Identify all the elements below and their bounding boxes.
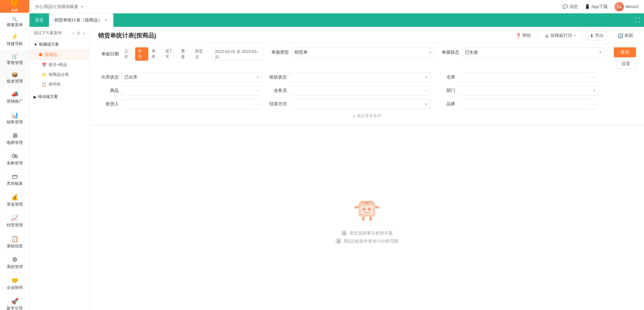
user-menu[interactable]: Ea demo2 [614, 2, 639, 11]
brand-dots: ··· [591, 101, 595, 107]
user-label: demo2 [625, 4, 639, 9]
receipt-status-chevron: ▾ [425, 75, 427, 80]
tab-home[interactable]: 首页 [30, 13, 49, 27]
tab-sales-stats-label: 销货单统计表（按商品） [54, 17, 102, 23]
sidebar-item-system[interactable]: ⚙ 系统管理 [0, 253, 29, 273]
doc-status-label: 单据状态 [438, 49, 462, 55]
wholesale-icon: 📦 [11, 71, 18, 78]
scheme-item-by-product-label: 按商品 [44, 52, 57, 58]
basic-info-icon: 📋 [11, 235, 18, 243]
department-field[interactable]: ▾ [458, 86, 598, 96]
wholesale-label: 批发管理 [7, 79, 23, 84]
message-label: 消息 [569, 4, 578, 10]
receipt-status-label: 收款状态 [266, 74, 289, 80]
scheme-item-by-driver[interactable]: 📋 按司机 [30, 80, 90, 89]
sidebar-item-new-guide[interactable]: 🚀 新手引导 [0, 294, 29, 310]
message-button[interactable]: 💬 消息 [562, 4, 578, 10]
refresh-button[interactable]: 🔄 刷新 [615, 31, 636, 40]
filter-goods-group: 商品 ··· [98, 86, 262, 96]
sidebar-item-quick-nav[interactable]: ⚡ 快捷导航 [0, 30, 29, 50]
out-status-chevron: ▾ [257, 75, 259, 80]
tab-maximize-button[interactable]: ⛶ [633, 16, 641, 24]
scheme-item-by-category[interactable]: 📁 按商品分类 [30, 70, 90, 80]
salesperson-label: 业务员 [266, 88, 289, 94]
sub-item-driver-icon: 📋 [42, 82, 47, 87]
quick-nav-label: 快捷导航 [7, 41, 23, 47]
scheme-add-button[interactable]: + [72, 31, 74, 36]
refresh-icon: 🔄 [618, 33, 623, 38]
query-button[interactable]: 查询 [614, 47, 636, 57]
date-tab-7days[interactable]: 近7天 [163, 47, 178, 61]
out-status-value: 已出库 [124, 74, 257, 80]
sidebar-item-enterprise[interactable]: 🤝 企业协同 [0, 273, 29, 294]
scheme-group-pc-header[interactable]: ▼ 电脑端方案 [30, 40, 90, 49]
brand-field[interactable]: ··· [458, 99, 598, 109]
filter-settings-button[interactable]: 设置 [616, 59, 636, 69]
salesperson-field[interactable]: ··· [289, 86, 430, 96]
doc-type-value: 销货单 [294, 49, 429, 55]
scheme-panel-title: 按以下方案查询 [34, 30, 62, 36]
sidebar-item-ecommerce[interactable]: 🖥 电商管理 [0, 129, 29, 149]
sidebar-item-sales-mgmt[interactable]: 📊 销售管理 [0, 108, 29, 129]
action-divider-1 [538, 33, 538, 38]
sidebar-item-retail[interactable]: 🛒 零售管理 [0, 50, 29, 69]
sidebar-logo[interactable]: 🧡 标账 [0, 0, 30, 13]
sidebar-item-purchase[interactable]: 🛍 采购管理 [0, 149, 29, 170]
operations-label: 经营管理 [7, 222, 23, 228]
doc-type-chevron: ▾ [429, 50, 431, 55]
filter-recipient-group: 收货人 ··· [98, 99, 262, 109]
sidebar-search-menu[interactable]: 🔍 搜索菜单 [0, 13, 29, 30]
goods-field[interactable]: ··· [121, 86, 262, 96]
tab-close-button[interactable]: × [104, 17, 108, 23]
collapse-bar[interactable]: ∧ 收起更多条件 [98, 111, 636, 121]
date-range-display[interactable]: 2023-03-01 至 2023-03-31 [212, 48, 264, 61]
warehouse-field[interactable]: ··· [458, 72, 598, 82]
receipt-status-field[interactable]: ▾ [289, 72, 430, 82]
doc-status-field[interactable]: 已生效 ▾ [462, 47, 604, 57]
settlement-label: 结算方式 [266, 101, 289, 107]
date-tab-more[interactable]: 更多 [178, 47, 192, 61]
recipient-field[interactable]: ··· [121, 99, 262, 109]
help-label: 帮助 [522, 33, 531, 39]
doc-type-field[interactable]: 销货单 ▾ [291, 47, 434, 57]
export-button[interactable]: ⬇ 导出 [587, 31, 607, 40]
date-tab-prev-month[interactable]: 上月 [121, 47, 135, 61]
scheme-group-mobile: ▶ 移动端方案 [30, 91, 90, 103]
basic-info-label: 基础信息 [7, 243, 23, 249]
scheme-item-by-month-product[interactable]: 📅 按月+商品 [30, 60, 90, 70]
new-guide-icon: 🚀 [11, 298, 18, 305]
system-icon: ⚙ [12, 256, 17, 263]
app-download-button[interactable]: 📱 App下载 [585, 4, 608, 10]
sidebar-item-basic-info[interactable]: 📋 基础信息 [0, 232, 29, 253]
settlement-field[interactable]: ▾ [289, 99, 430, 109]
sidebar-item-operations[interactable]: 📈 经营管理 [0, 211, 29, 232]
scheme-group-mobile-header[interactable]: ▶ 移动端方案 [30, 92, 90, 102]
date-tab-current-year[interactable]: 本年 [149, 47, 162, 61]
svg-rect-10 [375, 205, 380, 209]
date-tab-custom[interactable]: 自定义 [192, 47, 209, 61]
marketing-icon: 📣 [11, 91, 18, 98]
main-area: 办公用品行业模拟账套 ▾ 💬 消息 📱 App下载 Ea demo2 [30, 0, 644, 310]
scheme-item-by-product[interactable]: 按商品 [30, 49, 90, 60]
sidebar-item-marketing[interactable]: 📣 营销推广 [0, 87, 29, 108]
out-status-field[interactable]: 已出库 ▾ [121, 72, 262, 82]
print-chevron: ▾ [574, 34, 576, 38]
page-header: 销货单统计表(按商品) ❓ 帮助 🖨 按模板打印 ▾ ⬇ [90, 27, 644, 43]
help-button[interactable]: ❓ 帮助 [513, 31, 534, 40]
tab-sales-stats[interactable]: 销货单统计表（按商品） × [49, 13, 113, 27]
scheme-settings-button[interactable]: ⚙ [76, 31, 81, 36]
empty-svg [350, 190, 384, 223]
system-label: 系统管理 [7, 264, 23, 270]
sidebar-item-finance[interactable]: 💰 资金管理 [0, 190, 29, 211]
export-icon: ⬇ [590, 33, 594, 38]
filter-settlement-group: 结算方式 ▾ [266, 99, 430, 109]
sidebar-item-wholesale[interactable]: 📦 批发管理 [0, 69, 29, 87]
scheme-collapse-button[interactable]: « [83, 31, 86, 36]
date-tab-current-month[interactable]: 本月 [135, 47, 148, 61]
empty-hint-2: 2 用[过滤]条件来缩小分析范围 [335, 238, 398, 244]
print-button[interactable]: 🖨 按模板打印 ▾ [542, 31, 579, 40]
sidebar-item-inventory[interactable]: 🗃 库存核算 [0, 170, 29, 190]
doc-status-value: 已生效 [465, 49, 599, 55]
goods-dots: ··· [255, 88, 259, 93]
breadcrumb-title: 办公用品行业模拟账套 [35, 4, 78, 10]
